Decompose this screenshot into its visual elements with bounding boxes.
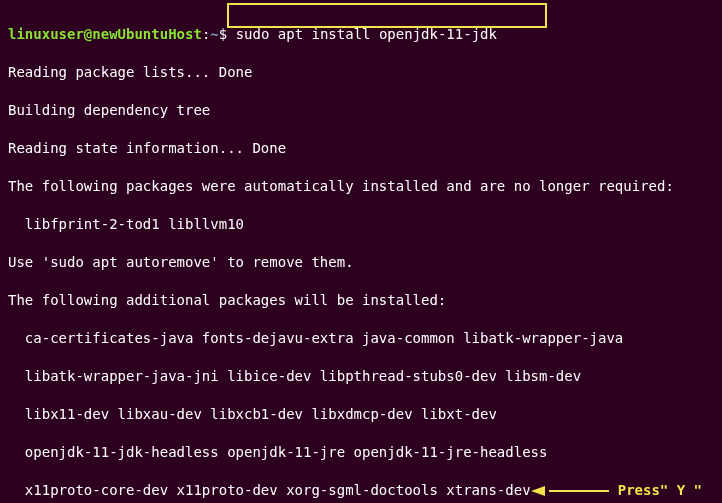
annotation-press-y: Press" Y " xyxy=(531,481,702,500)
output-line: Reading state information... Done xyxy=(8,139,714,158)
arrow-left-icon xyxy=(531,486,545,496)
prompt-path: ~ xyxy=(210,26,218,42)
output-line: The following packages were automaticall… xyxy=(8,177,714,196)
arrow-line-icon xyxy=(549,490,609,492)
output-line: ca-certificates-java fonts-dejavu-extra … xyxy=(8,329,714,348)
prompt-dollar: $ xyxy=(219,26,227,42)
output-line: libatk-wrapper-java-jni libice-dev libpt… xyxy=(8,367,714,386)
output-line: Reading package lists... Done xyxy=(8,63,714,82)
prompt-line[interactable]: linuxuser@newUbuntuHost:~$ sudo apt inst… xyxy=(8,25,714,44)
output-line: The following additional packages will b… xyxy=(8,291,714,310)
terminal-window[interactable]: linuxuser@newUbuntuHost:~$ sudo apt inst… xyxy=(0,0,722,503)
output-line: openjdk-11-jdk-headless openjdk-11-jre o… xyxy=(8,443,714,462)
output-line: Building dependency tree xyxy=(8,101,714,120)
output-line: libfprint-2-tod1 libllvm10 xyxy=(8,215,714,234)
prompt-user: linuxuser xyxy=(8,26,84,42)
output-line: libx11-dev libxau-dev libxcb1-dev libxdm… xyxy=(8,405,714,424)
prompt-host: newUbuntuHost xyxy=(92,26,202,42)
command-text[interactable]: sudo apt install openjdk-11-jdk xyxy=(236,26,497,42)
output-line: Use 'sudo apt autoremove' to remove them… xyxy=(8,253,714,272)
annotation-label: Press" Y " xyxy=(618,481,702,500)
